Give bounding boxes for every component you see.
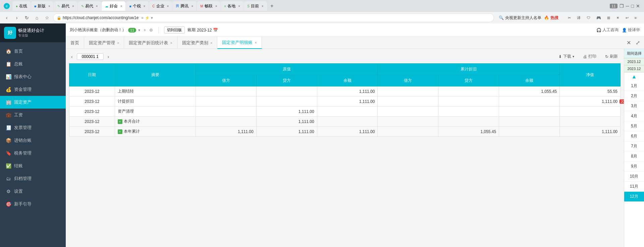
tab-close-dep-stats[interactable]: × xyxy=(170,41,172,45)
period-month-6[interactable]: 6月 xyxy=(624,131,644,141)
tab-new[interactable]: ■ 新版 × xyxy=(31,1,54,11)
grid-tool[interactable]: ⊞ xyxy=(605,15,612,21)
tab-close-yidai1[interactable]: × xyxy=(72,4,74,8)
menu-tool[interactable]: ≡ xyxy=(633,15,639,20)
cell-orig-balance-3 xyxy=(317,107,378,117)
expand-tabs-icon[interactable]: ⤢ xyxy=(634,38,641,47)
tab-close-tengxun[interactable]: × xyxy=(191,4,193,8)
sidebar-item-settings[interactable]: ⚙ 设置 xyxy=(0,185,66,198)
url-settings-icon[interactable]: ≡ xyxy=(141,16,143,20)
print-button[interactable]: 🖨 打印 xyxy=(580,52,599,61)
download-button[interactable]: ⬇ 下载 ▾ xyxy=(556,52,577,61)
tab-tengxun[interactable]: 腾 腾讯 × xyxy=(172,1,197,11)
sidebar-item-home[interactable]: 🏠 首页 xyxy=(0,45,66,58)
period-month-5[interactable]: 5月 xyxy=(624,121,644,131)
shield-tool[interactable]: 🛡 xyxy=(585,15,592,20)
account-settings-icon[interactable]: ⚙ xyxy=(149,28,153,33)
sidebar-item-general-ledger[interactable]: 📋 总账 xyxy=(0,58,66,70)
tab-gedi[interactable]: ≡ 各地 × xyxy=(221,1,244,11)
home-button[interactable]: ⌂ xyxy=(33,14,41,22)
maximize-icon[interactable]: □ xyxy=(631,3,634,9)
tab-asset-category[interactable]: 固定资产类别 × xyxy=(177,37,217,49)
tab-close-geshui[interactable]: × xyxy=(144,4,146,8)
tab-depreciation-stats[interactable]: 固定资产折旧统计表 × xyxy=(124,37,177,49)
guide-icon: 🎯 xyxy=(5,201,11,207)
sidebar-item-archive[interactable]: 🗂 归档管理 xyxy=(0,172,66,185)
search-area: 🔍 央视更新主持人名单 🔥 热搜 xyxy=(496,15,561,21)
period-edit-icon[interactable]: 📅 xyxy=(213,28,218,33)
bookmark-button[interactable]: ☆ xyxy=(43,14,51,22)
period-month-7[interactable]: 7月 xyxy=(624,141,644,151)
tab-qiye[interactable]: C 企业 × xyxy=(149,1,172,11)
cell-dep-debit-3 xyxy=(378,107,438,117)
new-tab-button[interactable]: + xyxy=(267,1,277,11)
period-month-8[interactable]: 8月 xyxy=(624,151,644,162)
tab-homepage[interactable]: 首页 xyxy=(66,37,84,49)
sidebar-item-invoice[interactable]: 🧾 发票管理 xyxy=(0,121,66,134)
switch-version-button[interactable]: 切到旧版 xyxy=(164,26,185,34)
period-month-4[interactable]: 4月 xyxy=(624,111,644,121)
next-page-button[interactable]: › xyxy=(106,53,111,60)
close-window-icon[interactable]: ✕ xyxy=(636,3,640,9)
prev-page-button[interactable]: ‹ xyxy=(69,53,75,60)
back-button[interactable]: ‹ xyxy=(3,14,11,22)
tab-fixed-assets-management[interactable]: 固定资产管理 × xyxy=(84,37,124,49)
sidebar-item-close[interactable]: ✅ 结账 xyxy=(0,160,66,172)
sun-tool[interactable]: ☀ xyxy=(614,15,622,21)
refresh-button[interactable]: ↻ 刷新 xyxy=(602,52,621,61)
sidebar-item-inventory[interactable]: 📦 进销台账 xyxy=(0,134,66,147)
account-dropdown-icon[interactable]: ▾ xyxy=(138,28,140,33)
forward-button[interactable]: › xyxy=(13,14,21,22)
period-month-11[interactable]: 11月 xyxy=(624,182,644,192)
tab-close-yidai2[interactable]: × xyxy=(96,4,98,8)
help-button[interactable]: 🎧 人工咨询 xyxy=(596,27,619,33)
period-month-10[interactable]: 10月 xyxy=(624,172,644,182)
period-month-12[interactable]: 12月 xyxy=(624,192,644,202)
tab-asset-detail-ledger[interactable]: 固定资产明细账 × xyxy=(217,37,262,49)
tab-close-qiye[interactable]: × xyxy=(167,4,169,8)
table-row: 2023-12 上期结转 1,111.00 1,055.45 55.55 xyxy=(69,86,621,97)
period-month-3[interactable]: 3月 xyxy=(624,101,644,111)
tab-close-new[interactable]: × xyxy=(48,4,50,8)
sidebar-item-reports[interactable]: 📊 报表中心 xyxy=(0,70,66,83)
translate-tool[interactable]: 译 xyxy=(575,15,583,21)
url-boost-icon[interactable]: ⚡ xyxy=(145,16,150,20)
tab-close-asset-cat[interactable]: × xyxy=(210,41,212,45)
sidebar-item-guide[interactable]: 🎯 新手引导 xyxy=(0,198,66,210)
period-month-1[interactable]: 1月 xyxy=(624,81,644,91)
tab-close-detail-ledger[interactable]: × xyxy=(255,41,257,45)
tab-close-chang[interactable]: × xyxy=(215,4,217,8)
url-bar[interactable]: 🔒 https://cloud.chanjet.com/accounting/u… xyxy=(53,13,494,22)
sidebar-item-fixed-assets[interactable]: 🏢 固定资产 xyxy=(0,96,66,109)
game-tool[interactable]: 🎮 xyxy=(594,15,603,21)
highlight-badge-2023: 2023 xyxy=(620,99,624,104)
tab-muqian[interactable]: S 目前 × xyxy=(244,1,267,11)
period-month-2[interactable]: 2月 xyxy=(624,91,644,101)
tab-chang[interactable]: M 畅联 × xyxy=(197,1,220,11)
url-dropdown-icon[interactable]: ▾ xyxy=(151,16,153,20)
restore-window-icon[interactable]: ❐ xyxy=(620,3,624,9)
tab-yidai2[interactable]: ✎ 易代 × xyxy=(78,1,101,11)
cell-orig-debit-5: 1,111.00 xyxy=(196,127,256,137)
undo-tool[interactable]: ↩ xyxy=(624,15,631,21)
tab-yidai1[interactable]: ✎ 易代 × xyxy=(54,1,77,11)
tab-close-haokuai[interactable]: × xyxy=(120,4,122,8)
sidebar-item-salary[interactable]: 💼 工资 xyxy=(0,109,66,121)
scissors-tool[interactable]: ✂ xyxy=(566,15,573,21)
add-account-button[interactable]: + xyxy=(144,28,146,33)
minimize-icon[interactable]: ─ xyxy=(626,3,629,9)
tab-close-muqian[interactable]: × xyxy=(262,4,264,8)
reload-button[interactable]: ↻ xyxy=(23,14,31,22)
sidebar-item-funds[interactable]: 💰 资金管理 xyxy=(0,83,66,96)
close-all-tabs-icon[interactable]: ✕ xyxy=(625,38,632,47)
user-info[interactable]: 👤 徐译华 xyxy=(622,27,640,33)
tab-online[interactable]: ● 在线 xyxy=(12,1,31,11)
sidebar-item-tax[interactable]: 🔖 税务管理 xyxy=(0,147,66,160)
tab-close-assets-mgmt[interactable]: × xyxy=(117,41,119,45)
period-month-9[interactable]: 9月 xyxy=(624,162,644,172)
tab-geshui[interactable]: ■ 个税 × xyxy=(126,1,149,11)
period-scroll-up[interactable]: ▲ xyxy=(624,72,644,81)
cell-summary-3: 资产清理 xyxy=(115,107,196,117)
tab-haokuai[interactable]: ☁ 好会 × xyxy=(102,1,126,11)
tab-close-gedi[interactable]: × xyxy=(238,4,240,8)
